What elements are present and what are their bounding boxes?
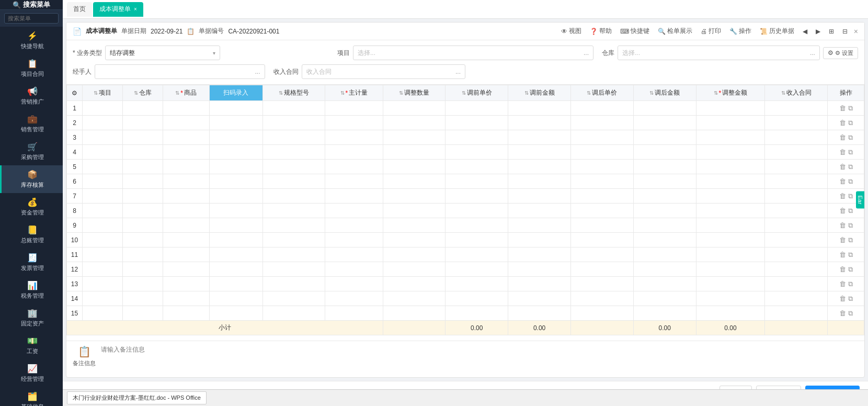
notes-input[interactable] bbox=[101, 345, 858, 366]
sidebar-item-inventory[interactable]: 📦库存核算 bbox=[0, 165, 63, 193]
cell-project[interactable] bbox=[83, 233, 123, 247]
cell-unit[interactable] bbox=[325, 130, 383, 145]
sidebar-item-project-contract[interactable]: 📋项目合同 bbox=[0, 54, 63, 82]
cell-spec[interactable] bbox=[262, 277, 325, 291]
sidebar-item-quick-nav[interactable]: ⚡快捷导航 bbox=[0, 27, 63, 54]
cell-adj-qty[interactable] bbox=[383, 174, 446, 189]
cell-warehouse[interactable] bbox=[122, 218, 163, 233]
cell-unit[interactable] bbox=[325, 189, 383, 204]
cell-warehouse[interactable] bbox=[122, 116, 163, 130]
cell-unit[interactable] bbox=[325, 262, 383, 277]
cell-warehouse[interactable] bbox=[122, 262, 163, 277]
cell-adj-amount[interactable] bbox=[696, 189, 765, 204]
cell-unit[interactable] bbox=[325, 101, 383, 116]
cell-adj-qty[interactable] bbox=[383, 247, 446, 262]
cell-pre-amount[interactable] bbox=[508, 218, 571, 233]
cell-spec[interactable] bbox=[262, 247, 325, 262]
cell-adj-qty[interactable] bbox=[383, 160, 446, 174]
cell-pre-amount[interactable] bbox=[508, 306, 571, 321]
cell-post-amount[interactable] bbox=[633, 277, 696, 291]
cell-warehouse[interactable] bbox=[122, 130, 163, 145]
delete-icon[interactable]: 🗑 bbox=[839, 104, 846, 112]
cell-warehouse[interactable] bbox=[122, 291, 163, 306]
cell-post-price[interactable] bbox=[570, 247, 633, 262]
cell-pre-amount[interactable] bbox=[508, 247, 571, 262]
cell-project[interactable] bbox=[83, 204, 123, 218]
delete-icon[interactable]: 🗑 bbox=[839, 251, 846, 258]
cell-spec[interactable] bbox=[262, 174, 325, 189]
cell-income-contract[interactable] bbox=[765, 189, 828, 204]
cell-goods[interactable] bbox=[163, 291, 209, 306]
cell-pre-amount[interactable] bbox=[508, 277, 571, 291]
cell-adj-qty[interactable] bbox=[383, 116, 446, 130]
biz-type-input[interactable]: 结存调整 ▾ bbox=[105, 46, 220, 60]
cell-spec[interactable] bbox=[262, 189, 325, 204]
cell-scan[interactable] bbox=[209, 145, 262, 160]
cell-adj-amount[interactable] bbox=[696, 291, 765, 306]
copy-icon[interactable]: ⧉ bbox=[848, 192, 853, 200]
cell-pre-amount[interactable] bbox=[508, 101, 571, 116]
cell-adj-amount[interactable] bbox=[696, 233, 765, 247]
expand2-btn[interactable]: ⊟ bbox=[840, 27, 850, 36]
cell-unit[interactable] bbox=[325, 306, 383, 321]
delete-icon[interactable]: 🗑 bbox=[839, 295, 846, 302]
cell-adj-amount[interactable] bbox=[696, 262, 765, 277]
cell-income-contract[interactable] bbox=[765, 101, 828, 116]
cell-post-price[interactable] bbox=[570, 160, 633, 174]
cell-pre-amount[interactable] bbox=[508, 160, 571, 174]
cell-goods[interactable] bbox=[163, 262, 209, 277]
cell-warehouse[interactable] bbox=[122, 101, 163, 116]
cell-unit[interactable] bbox=[325, 145, 383, 160]
cell-project[interactable] bbox=[83, 277, 123, 291]
cell-adj-amount[interactable] bbox=[696, 160, 765, 174]
cell-income-contract[interactable] bbox=[765, 174, 828, 189]
cell-income-contract[interactable] bbox=[765, 233, 828, 247]
cell-pre-amount[interactable] bbox=[508, 262, 571, 277]
review-btn[interactable]: 🔍 检单展示 bbox=[656, 26, 694, 37]
cell-post-price[interactable] bbox=[570, 277, 633, 291]
cell-adj-amount[interactable] bbox=[696, 116, 765, 130]
cell-post-amount[interactable] bbox=[633, 160, 696, 174]
cell-income-contract[interactable] bbox=[765, 116, 828, 130]
cell-pre-price[interactable] bbox=[446, 233, 508, 247]
copy-icon[interactable]: ⧉ bbox=[848, 207, 853, 215]
delete-icon[interactable]: 🗑 bbox=[839, 236, 846, 244]
cell-post-price[interactable] bbox=[570, 306, 633, 321]
delete-icon[interactable]: 🗑 bbox=[839, 192, 846, 200]
sidebar-item-invoice[interactable]: 🧾发票管理 bbox=[0, 249, 63, 276]
delete-icon[interactable]: 🗑 bbox=[839, 119, 846, 127]
cell-warehouse[interactable] bbox=[122, 306, 163, 321]
copy-icon[interactable]: ⧉ bbox=[848, 309, 853, 318]
history-btn[interactable]: 📜 历史单据 bbox=[758, 26, 796, 37]
cell-adj-qty[interactable] bbox=[383, 204, 446, 218]
cell-warehouse[interactable] bbox=[122, 145, 163, 160]
cell-scan[interactable] bbox=[209, 189, 262, 204]
cell-spec[interactable] bbox=[262, 204, 325, 218]
cell-adj-qty[interactable] bbox=[383, 189, 446, 204]
cell-goods[interactable] bbox=[163, 204, 209, 218]
copy-icon[interactable]: ⧉ bbox=[848, 295, 853, 303]
print-btn[interactable]: 🖨 打印 bbox=[699, 26, 723, 37]
copy-icon[interactable]: ⧉ bbox=[848, 133, 853, 142]
cell-spec[interactable] bbox=[262, 116, 325, 130]
cell-goods[interactable] bbox=[163, 174, 209, 189]
cell-pre-amount[interactable] bbox=[508, 130, 571, 145]
sidebar-item-base-info[interactable]: 🗂️基础信息 bbox=[0, 387, 63, 406]
cell-project[interactable] bbox=[83, 262, 123, 277]
copy-icon[interactable]: ⧉ bbox=[848, 148, 853, 156]
next-btn[interactable]: ▶ bbox=[814, 27, 823, 36]
cell-scan[interactable] bbox=[209, 116, 262, 130]
expand1-btn[interactable]: ⊞ bbox=[827, 27, 836, 36]
cell-post-amount[interactable] bbox=[633, 233, 696, 247]
copy-icon[interactable]: ⧉ bbox=[848, 119, 853, 127]
cell-pre-price[interactable] bbox=[446, 262, 508, 277]
cell-income-contract[interactable] bbox=[765, 204, 828, 218]
cell-project[interactable] bbox=[83, 291, 123, 306]
agent-input[interactable]: ... bbox=[95, 64, 265, 79]
cell-project[interactable] bbox=[83, 174, 123, 189]
tab-cost-adjust[interactable]: 成本调整单 × bbox=[93, 2, 143, 17]
cell-adj-amount[interactable] bbox=[696, 218, 765, 233]
cell-adj-qty[interactable] bbox=[383, 145, 446, 160]
delete-icon[interactable]: 🗑 bbox=[839, 148, 846, 156]
cell-pre-amount[interactable] bbox=[508, 189, 571, 204]
